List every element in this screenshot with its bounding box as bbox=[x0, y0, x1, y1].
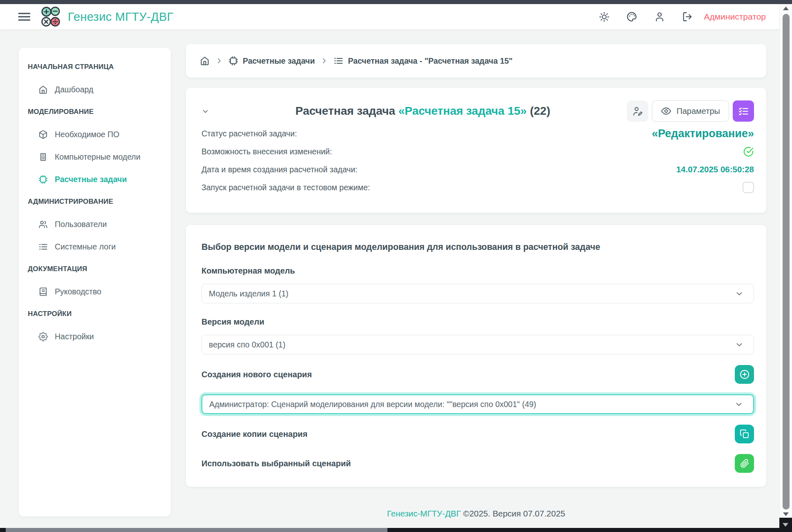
calculator-icon bbox=[38, 152, 48, 162]
sidebar-item-system-logs[interactable]: Системные логи bbox=[19, 242, 171, 251]
model-version-label: Версия модели bbox=[201, 317, 754, 327]
users-icon bbox=[38, 220, 48, 229]
computer-model-select[interactable]: Модель изделия 1 (1) bbox=[201, 284, 754, 303]
status-row: Статус расчетной задачи: «Редактирование… bbox=[201, 125, 754, 142]
copy-scenario-row: Создание копии сценария bbox=[201, 425, 754, 443]
scroll-down-arrow bbox=[783, 523, 788, 527]
scenario-select[interactable]: Администратор: Сценарий моделирования дл… bbox=[201, 394, 754, 414]
sidebar-item-manual[interactable]: Руководство bbox=[19, 287, 171, 296]
computer-model-label: Компьютерная модель bbox=[201, 266, 754, 276]
chevron-down-icon bbox=[734, 400, 743, 409]
test-mode-row: Запуск расчетной задачи в тестовом режим… bbox=[201, 179, 754, 196]
sidebar-item-computer-models[interactable]: Компьютерные модели bbox=[19, 152, 171, 161]
home-icon bbox=[200, 56, 210, 66]
sidebar-section-home: НАЧАЛЬНАЯ СТРАНИЦА bbox=[19, 62, 171, 71]
scrollbar-corner[interactable] bbox=[779, 518, 792, 532]
sidebar-item-users[interactable]: Пользователи bbox=[19, 220, 171, 229]
parameters-button[interactable]: Параметры bbox=[652, 100, 729, 122]
copy-scenario-label: Создание копии сценария bbox=[201, 430, 307, 439]
sidebar-item-dashboard[interactable]: Дашбоард bbox=[19, 85, 171, 94]
sidebar-item-calculation-tasks[interactable]: Расчетные задачи bbox=[19, 175, 171, 184]
cpu-icon bbox=[228, 56, 238, 66]
task-name: «Расчетная задача 15» bbox=[398, 105, 527, 117]
task-card: Расчетная задача «Расчетная задача 15» (… bbox=[186, 88, 766, 213]
use-scenario-row: Использовать выбранный сценарий bbox=[201, 454, 754, 473]
menu-toggle-button[interactable] bbox=[17, 10, 30, 23]
cpu-icon bbox=[38, 175, 48, 184]
gear-icon bbox=[38, 332, 48, 341]
chevron-down-icon bbox=[735, 340, 744, 349]
app-header: Генезис МГТУ-ДВГ Администратор bbox=[0, 4, 792, 29]
sidebar-item-settings[interactable]: Настройки bbox=[19, 332, 171, 341]
user-edit-icon bbox=[632, 106, 643, 117]
editable-label: Возможность внесения изменений: bbox=[201, 147, 332, 156]
editable-row: Возможность внесения изменений: bbox=[201, 143, 754, 160]
model-version-select[interactable]: версия спо 0x001 (1) bbox=[201, 335, 754, 354]
new-scenario-label: Создания нового сценария bbox=[201, 370, 312, 379]
scroll-up-arrow[interactable] bbox=[783, 7, 789, 10]
chevron-right-icon bbox=[320, 57, 328, 65]
user-role-label[interactable]: Администратор bbox=[704, 12, 766, 22]
checklist-button[interactable] bbox=[733, 100, 754, 122]
created-value: 14.07.2025 06:50:28 bbox=[676, 165, 754, 174]
footer-version-text: ©2025. Версия 07.07.2025 bbox=[463, 509, 565, 518]
use-scenario-label: Использовать выбранный сценарий bbox=[201, 459, 351, 468]
chevron-right-icon bbox=[215, 57, 223, 65]
list-icon bbox=[38, 242, 48, 252]
test-mode-label: Запуск расчетной задачи в тестовом режим… bbox=[201, 183, 370, 192]
sidebar-section-documentation: ДОКУМЕНТАЦИЯ bbox=[19, 265, 171, 274]
scroll-down-arrow[interactable] bbox=[783, 512, 789, 516]
check-circle-icon bbox=[743, 146, 754, 157]
paperclip-icon bbox=[740, 459, 749, 468]
breadcrumb-home[interactable] bbox=[200, 56, 210, 66]
task-title: Расчетная задача «Расчетная задача 15» (… bbox=[219, 105, 627, 118]
horizontal-scrollbar[interactable] bbox=[0, 528, 779, 532]
breadcrumb-tasks[interactable]: Расчетные задачи bbox=[228, 56, 315, 66]
add-scenario-button[interactable] bbox=[735, 365, 754, 384]
vertical-scrollbar-thumb[interactable] bbox=[783, 14, 790, 510]
scenario-section-heading: Выбор версии модели и сценария моделиров… bbox=[201, 242, 754, 252]
main-content: Расчетные задачи Расчетная задача - "Рас… bbox=[186, 29, 766, 519]
created-label: Дата и время создания расчетной задачи: bbox=[201, 165, 358, 174]
status-value: «Редактирование» bbox=[652, 127, 754, 140]
eye-icon bbox=[661, 106, 671, 116]
sidebar-section-settings: НАСТРОЙКИ bbox=[19, 309, 171, 318]
theme-toggle-icon[interactable] bbox=[599, 11, 610, 22]
home-icon bbox=[38, 85, 48, 94]
status-label: Статус расчетной задачи: bbox=[201, 129, 297, 138]
checklist-icon bbox=[738, 106, 749, 117]
page-footer: Генезис-МГТУ-ДВГ ©2025. Версия 07.07.202… bbox=[186, 509, 766, 519]
app-window: Генезис МГТУ-ДВГ Администратор НАЧАЛЬНАЯ… bbox=[0, 0, 792, 532]
copy-icon bbox=[740, 429, 749, 439]
edit-user-button[interactable] bbox=[627, 100, 648, 122]
app-title: Генезис МГТУ-ДВГ bbox=[68, 10, 174, 24]
new-scenario-row: Создания нового сценария bbox=[201, 365, 754, 384]
palette-icon[interactable] bbox=[626, 11, 638, 22]
chevron-down-icon bbox=[735, 289, 744, 298]
sidebar-section-modeling: МОДЕЛИРОВАНИЕ bbox=[19, 107, 171, 116]
book-icon bbox=[38, 287, 48, 296]
sidebar-item-required-software[interactable]: Необходимое ПО bbox=[19, 130, 171, 139]
test-mode-checkbox[interactable] bbox=[743, 182, 754, 193]
plus-circle-icon bbox=[739, 369, 750, 380]
use-scenario-button[interactable] bbox=[735, 454, 754, 473]
breadcrumb: Расчетные задачи Расчетная задача - "Рас… bbox=[186, 44, 766, 78]
scenario-card: Выбор версии модели и сценария моделиров… bbox=[186, 225, 766, 487]
collapse-chevron-icon[interactable] bbox=[201, 107, 219, 115]
footer-brand-link[interactable]: Генезис-МГТУ-ДВГ bbox=[387, 509, 461, 518]
sidebar-section-administration: АДМИНИСТРИРОВАНИЕ bbox=[19, 197, 171, 206]
logout-icon[interactable] bbox=[682, 11, 693, 22]
breadcrumb-current-task[interactable]: Расчетная задача - "Расчетная задача 15" bbox=[333, 56, 512, 66]
user-icon[interactable] bbox=[654, 11, 665, 22]
list-icon bbox=[333, 56, 343, 66]
sidebar: НАЧАЛЬНАЯ СТРАНИЦА Дашбоард МОДЕЛИРОВАНИ… bbox=[19, 48, 171, 516]
vertical-scrollbar[interactable] bbox=[779, 4, 792, 518]
browser-top-edge bbox=[0, 0, 792, 4]
copy-scenario-button[interactable] bbox=[735, 425, 754, 443]
created-row: Дата и время создания расчетной задачи: … bbox=[201, 161, 754, 178]
horizontal-scrollbar-thumb[interactable] bbox=[6, 528, 387, 532]
box-icon bbox=[38, 130, 48, 139]
app-logo bbox=[39, 5, 62, 28]
